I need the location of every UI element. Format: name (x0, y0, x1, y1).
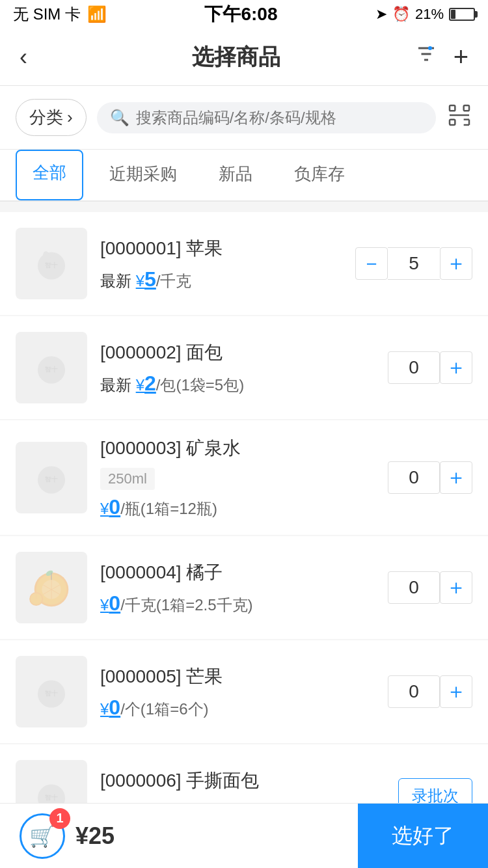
svg-rect-5 (464, 105, 469, 111)
tab-all[interactable]: 全部 (16, 150, 83, 200)
qty-input[interactable] (388, 351, 440, 384)
svg-text:智十: 智十 (45, 690, 58, 697)
tab-bar: 全部 近期采购 新品 负库存 (0, 150, 488, 202)
product-info: [0000004] 橘子 ¥0/千克(1箱=2.5千克) (100, 560, 375, 616)
qty-input[interactable] (388, 675, 440, 708)
confirm-button[interactable]: 选好了 (358, 804, 488, 869)
product-info: [0000002] 面包 最新 ¥2/包(1袋=5包) (100, 340, 375, 396)
product-name: [0000003] 矿泉水 (100, 436, 375, 461)
qty-input[interactable] (388, 571, 440, 604)
scan-icon[interactable] (446, 102, 472, 133)
product-item: 智十 [0000005] 芒果 ¥0/个(1箱=6个) ＋ (0, 640, 488, 743)
svg-text:智十: 智十 (45, 794, 58, 801)
battery-text: 21% (415, 6, 444, 23)
svg-text:智十: 智十 (45, 476, 58, 483)
cart-total: ¥25 (75, 822, 115, 850)
search-icon: 🔍 (110, 109, 129, 127)
product-image (16, 552, 87, 623)
nav-actions: + (414, 42, 468, 72)
product-spec: 250ml (100, 468, 155, 490)
location-icon: ➤ (375, 6, 387, 23)
product-image: 智十 (16, 656, 87, 727)
product-item: 智十 [0000001] 苹果 最新 ¥5/千克 － ＋ (0, 212, 488, 315)
alarm-icon: ⏰ (392, 6, 410, 23)
product-name: [0000002] 面包 (100, 340, 375, 365)
product-price: ¥0/千克(1箱=2.5千克) (100, 591, 375, 616)
page-title: 选择商品 (192, 42, 280, 72)
tab-new[interactable]: 新品 (203, 150, 268, 200)
tab-negative[interactable]: 负库存 (278, 150, 360, 200)
svg-text:智十: 智十 (45, 262, 58, 269)
product-name: [0000005] 芒果 (100, 664, 375, 689)
battery-icon (449, 8, 475, 21)
search-input-wrap[interactable]: 🔍 (97, 102, 436, 133)
svg-rect-4 (450, 105, 455, 111)
product-price: ¥0/瓶(1箱=12瓶) (100, 495, 375, 519)
product-price: ¥0/个(1箱=6个) (100, 696, 375, 720)
qty-plus-button[interactable]: ＋ (440, 351, 472, 384)
product-name: [0000006] 手撕面包 (100, 768, 385, 793)
nav-bar: ‹ 选择商品 + (0, 29, 488, 86)
product-info: [0000005] 芒果 ¥0/个(1箱=6个) (100, 664, 375, 720)
search-bar: 分类 › 🔍 (0, 86, 488, 150)
qty-plus-button[interactable]: ＋ (440, 461, 472, 494)
qty-control: ＋ (388, 461, 472, 494)
qty-control: － ＋ (355, 247, 472, 280)
back-button[interactable]: ‹ (20, 44, 59, 71)
status-bar: 无 SIM 卡 📶 下午6:08 ➤ ⏰ 21% (0, 0, 488, 29)
product-name: [0000001] 苹果 (100, 236, 342, 261)
product-info: [0000001] 苹果 最新 ¥5/千克 (100, 236, 342, 292)
product-image: 智十 (16, 228, 87, 299)
qty-control: ＋ (388, 675, 472, 708)
status-right: ➤ ⏰ 21% (375, 6, 475, 23)
bottom-bar: 🛒 1 ¥25 选好了 (0, 803, 488, 868)
carrier-text: 无 SIM 卡 (13, 4, 81, 25)
qty-minus-button[interactable]: － (355, 247, 388, 280)
filter-icon[interactable] (414, 42, 438, 72)
status-time: 下午6:08 (204, 2, 277, 27)
qty-plus-button[interactable]: ＋ (440, 571, 472, 604)
product-item: 智十 [0000003] 矿泉水 250ml ¥0/瓶(1箱=12瓶) ＋ (0, 420, 488, 535)
cart-badge: 1 (49, 808, 70, 829)
category-arrow: › (67, 107, 73, 128)
qty-control: ＋ (388, 571, 472, 604)
search-input[interactable] (136, 109, 423, 127)
product-image: 智十 (16, 332, 87, 403)
cart-icon-wrap[interactable]: 🛒 1 (20, 813, 65, 859)
add-icon[interactable]: + (454, 42, 468, 72)
product-name: [0000004] 橘子 (100, 560, 375, 585)
product-price: 最新 ¥5/千克 (100, 267, 342, 292)
wifi-icon: 📶 (87, 5, 107, 23)
svg-text:智十: 智十 (45, 366, 58, 373)
svg-rect-6 (450, 119, 455, 124)
product-item: [0000004] 橘子 ¥0/千克(1箱=2.5千克) ＋ (0, 536, 488, 639)
qty-input[interactable] (388, 461, 440, 494)
qty-plus-button[interactable]: ＋ (440, 247, 472, 280)
status-left: 无 SIM 卡 📶 (13, 4, 107, 25)
product-image: 智十 (16, 442, 87, 513)
product-info: [0000003] 矿泉水 250ml ¥0/瓶(1箱=12瓶) (100, 436, 375, 519)
qty-plus-button[interactable]: ＋ (440, 675, 472, 708)
tab-recent[interactable]: 近期采购 (94, 150, 193, 200)
product-list: 智十 [0000001] 苹果 最新 ¥5/千克 － ＋ 智十 [0000002… (0, 212, 488, 868)
product-price: 最新 ¥2/包(1袋=5包) (100, 372, 375, 396)
qty-control: ＋ (388, 351, 472, 384)
qty-input[interactable] (388, 247, 440, 280)
cart-section: 🛒 1 ¥25 (0, 813, 358, 859)
svg-point-3 (428, 46, 432, 50)
category-button[interactable]: 分类 › (16, 99, 87, 136)
product-item: 智十 [0000002] 面包 最新 ¥2/包(1袋=5包) ＋ (0, 316, 488, 419)
